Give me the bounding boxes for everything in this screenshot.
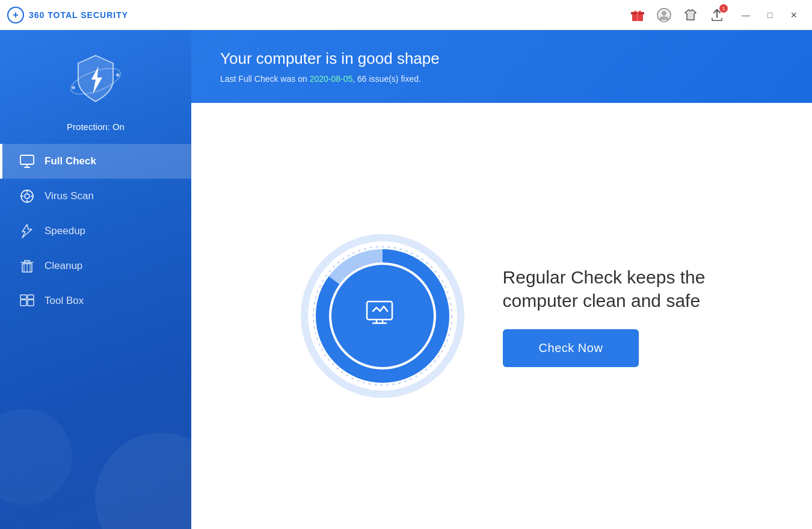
monitor-nav-icon [19,153,35,169]
check-now-button[interactable]: Check Now [503,329,639,367]
header-subtitle: Last Full Check was on 2020-08-05, 66 is… [220,74,783,84]
app-logo: + [7,7,24,23]
subtitle-suffix: , 66 issue(s) fixed. [352,74,421,84]
minimize-button[interactable]: — [735,6,757,24]
logo-symbol: + [13,10,18,20]
subtitle-prefix: Last Full Check was on [220,74,310,84]
sidebar-item-speedup[interactable]: Speedup [0,214,191,249]
svg-rect-2 [637,12,638,21]
profile-icon[interactable] [656,7,672,23]
tool-box-label: Tool Box [45,295,84,307]
content-body: Regular Check keeps the computer clean a… [191,103,812,529]
svg-point-7 [115,73,120,77]
virus-scan-label: Virus Scan [45,190,94,202]
content-area: Your computer is in good shape Last Full… [191,30,812,529]
svg-rect-21 [20,295,26,299]
protection-label: Protection: On [67,122,125,132]
right-panel: Regular Check keeps the computer clean a… [503,265,706,367]
speedup-label: Speedup [45,225,85,237]
shield-icon [66,51,126,111]
donut-center [331,265,434,367]
sidebar-item-tool-box[interactable]: Tool Box [0,283,191,318]
shirt-icon[interactable] [682,7,699,23]
sidebar-top: Protection: On [0,30,191,144]
svg-rect-20 [28,300,34,306]
check-date: 2020-08-05 [310,74,353,84]
content-header: Your computer is in good shape Last Full… [191,30,812,103]
titlebar-left: + 360 TOTAL SECURITY [7,7,128,23]
svg-rect-22 [28,295,34,299]
shield-icon-wrap [63,48,129,114]
full-check-label: Full Check [45,155,96,167]
sidebar: Protection: On Full Check [0,30,191,529]
svg-point-6 [72,85,76,90]
monitor-center-icon [366,300,399,332]
cleanup-icon [19,258,35,274]
check-tagline: Regular Check keeps the computer clean a… [503,265,706,312]
svg-rect-19 [20,300,26,306]
win-controls: — □ ✕ [735,6,805,24]
sidebar-item-virus-scan[interactable]: Virus Scan [0,179,191,214]
svg-point-4 [662,11,666,16]
svg-point-10 [25,194,29,199]
gift-icon[interactable] [629,7,646,23]
sidebar-item-cleanup[interactable]: Cleanup [0,249,191,283]
main-layout: Protection: On Full Check [0,30,812,529]
virus-scan-icon [19,188,35,204]
upload-icon[interactable]: 1 [709,7,725,23]
toolbox-icon [19,293,35,309]
app-title: 360 TOTAL SECURITY [29,10,128,20]
sidebar-item-full-check[interactable]: Full Check [0,144,191,179]
upload-badge: 1 [719,4,728,13]
close-button[interactable]: ✕ [783,6,805,24]
titlebar: + 360 TOTAL SECURITY [0,0,812,30]
tagline-line1: Regular Check keeps the [503,267,706,287]
svg-rect-8 [20,155,34,164]
donut-chart [298,232,467,400]
header-title: Your computer is in good shape [220,49,783,68]
maximize-button[interactable]: □ [759,6,781,24]
titlebar-right: 1 — □ ✕ [629,6,805,24]
tagline-line2: computer clean and safe [503,291,701,311]
cleanup-label: Cleanup [45,260,82,272]
speedup-icon [19,223,35,239]
